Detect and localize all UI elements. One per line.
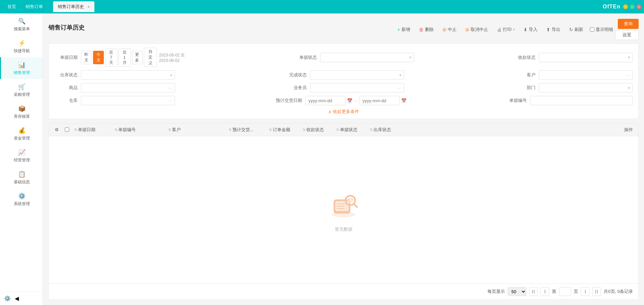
goods-dots[interactable]: ···	[168, 85, 172, 90]
stop-icon: ⊘	[442, 27, 446, 32]
table-area: ⚙ ⇅ 单据日期 ⇅ 单据编号 ⇅ 客户 ⇅ 预计交货...	[48, 123, 639, 300]
svg-point-4	[347, 197, 353, 203]
empty-illustration	[327, 188, 360, 222]
sidebar-item-finance[interactable]: 💰 资金管理	[0, 123, 43, 145]
sort-icon-left: ⇅	[74, 128, 77, 131]
settings-button[interactable]: 设置	[615, 30, 639, 40]
sidebar-settings-icon[interactable]: ⚙️	[4, 295, 11, 302]
sidebar-item-sales-mgmt[interactable]: 📊 销售管理	[0, 57, 43, 79]
sidebar-sys-mgmt-label: 系统管理	[14, 201, 30, 207]
close-button[interactable]: ×	[637, 4, 641, 9]
select-all-checkbox[interactable]	[65, 127, 69, 132]
salesman-dots[interactable]: ···	[397, 85, 401, 90]
finance-icon: 💰	[18, 127, 26, 134]
th-settings[interactable]: ⚙	[51, 127, 62, 132]
tab-home[interactable]: 首页	[3, 1, 21, 12]
import-button[interactable]: ⬇ 导入	[520, 25, 541, 34]
th-receipt-status[interactable]: ⇅ 收款状态	[300, 127, 334, 133]
sidebar-item-operation[interactable]: 📈 经营管理	[0, 145, 43, 166]
add-icon: +	[397, 27, 400, 32]
page-number-input[interactable]: 1	[559, 287, 571, 296]
date-btn-1month[interactable]: 近1月	[119, 48, 131, 67]
sort-icon-order-amount: ⇅	[269, 128, 272, 131]
operation-icon: 📈	[18, 149, 26, 156]
query-button[interactable]: 查询	[618, 19, 639, 29]
warehouse-select[interactable]: ···	[81, 96, 175, 105]
delivery-date-to[interactable]	[359, 96, 400, 105]
tab-sales-order-history[interactable]: 销售订单历史 ×	[53, 1, 94, 12]
th-doc-no[interactable]: ⇅ 单据编号	[112, 127, 166, 133]
outbound-status-select[interactable]: ▾	[81, 70, 175, 80]
doc-status-select[interactable]: ▾	[320, 53, 414, 62]
print-button[interactable]: 🖨 打印 ▾	[493, 25, 518, 34]
calendar-icon-to[interactable]: 📅	[401, 98, 406, 103]
th-doc-date[interactable]: ⇅ 单据日期	[72, 127, 112, 133]
sidebar-purchase-mgmt-label: 采购管理	[14, 92, 30, 98]
sidebar-item-purchase-mgmt[interactable]: 🛒 采购管理	[0, 79, 43, 101]
date-btn-today[interactable]: 今天	[93, 51, 104, 64]
collapse-row[interactable]: ∧ 收起更多条件	[54, 109, 633, 115]
customer-label: 客户	[512, 72, 539, 78]
customer-select[interactable]: ···	[539, 70, 633, 80]
warehouse-dots[interactable]: ···	[168, 98, 172, 103]
th-order-amount[interactable]: ⇅ 订单金额	[266, 127, 300, 133]
goods-select[interactable]: ···	[81, 83, 175, 92]
receipt-status-select[interactable]: ▾	[539, 53, 633, 62]
sidebar-sales-mgmt-label: 销售管理	[14, 70, 30, 76]
sidebar-item-search-menu[interactable]: 🔍 搜索菜单	[0, 13, 43, 35]
tab-sales-order-history-label: 销售订单历史	[58, 4, 84, 10]
maximize-button[interactable]: □	[630, 4, 635, 9]
dept-arrow: ▾	[628, 86, 630, 90]
complete-arrow: ▾	[399, 73, 401, 77]
page-title: 销售订单历史	[48, 24, 85, 32]
date-btn-yesterday[interactable]: 昨天	[81, 51, 92, 64]
first-page-button[interactable]: ⟨⟨	[529, 287, 538, 296]
page-size-select[interactable]: 50 20 100	[508, 287, 526, 296]
calendar-icon-from[interactable]: 📅	[347, 98, 352, 103]
complete-status-select[interactable]: ▾	[310, 70, 404, 80]
last-page-button[interactable]: ⟩⟩	[592, 287, 601, 296]
tab-sales-order-close[interactable]: ×	[46, 5, 48, 9]
delete-button[interactable]: 🗑 删除	[416, 25, 437, 34]
sidebar-item-sys-mgmt[interactable]: ⚙️ 系统管理	[0, 188, 43, 210]
date-btn-more[interactable]: 更多	[132, 51, 143, 64]
dept-select[interactable]: ▾	[539, 83, 633, 92]
date-btn-custom[interactable]: 自定义	[144, 48, 157, 67]
sidebar-item-inventory[interactable]: 📦 库存核算	[0, 101, 43, 123]
display-columns-checkbox[interactable]	[590, 27, 594, 32]
display-columns-check[interactable]: 显示明细	[590, 27, 613, 33]
brand-text: OfTEn	[603, 4, 620, 10]
next-page-button[interactable]: ⟩	[581, 287, 590, 296]
th-checkbox[interactable]	[62, 127, 72, 132]
tab-sales-order-history-close[interactable]: ×	[87, 5, 89, 9]
new-button[interactable]: + 新增	[394, 25, 414, 34]
table-header: ⚙ ⇅ 单据日期 ⇅ 单据编号 ⇅ 客户 ⇅ 预计交货...	[49, 123, 638, 136]
tab-sales-order-label: 销售订单	[26, 4, 43, 10]
customer-dots[interactable]: ···	[626, 73, 630, 78]
export-button[interactable]: ⬆ 导出	[543, 25, 564, 34]
doc-date-label: 单据日期	[54, 54, 81, 61]
minimize-button[interactable]: −	[623, 4, 628, 9]
prev-page-button[interactable]: ⟨	[541, 287, 549, 296]
date-btn-7days[interactable]: 近7天	[105, 48, 117, 67]
filter-area: 单据日期 昨天 今天 近7天 近1月 更多 自定义 2023-06-02 至 2…	[48, 43, 639, 119]
page-suffix: 页	[574, 289, 578, 295]
salesman-select[interactable]: ···	[310, 83, 404, 92]
tab-sales-order[interactable]: 销售订单 ×	[21, 1, 53, 12]
refresh-button[interactable]: ↻ 刷新	[566, 25, 587, 34]
delivery-date-from[interactable]	[305, 96, 346, 105]
sidebar-item-basic-info[interactable]: 📋 基础信息	[0, 166, 43, 188]
date-range-text: 2023-06-02 至 2023-06-02	[159, 52, 195, 63]
th-est-delivery[interactable]: ⇅ 预计交货...	[226, 127, 266, 133]
th-outbound-status[interactable]: ⇅ 出库状态	[367, 127, 401, 133]
sidebar-collapse-icon[interactable]: ◀	[15, 295, 19, 302]
th-doc-status[interactable]: ⇅ 单据状态	[334, 127, 367, 133]
sort-icon-doc-no: ⇅	[115, 128, 117, 131]
print-icon: 🖨	[497, 27, 502, 32]
order-no-input[interactable]	[530, 96, 633, 105]
cancel-stop-button[interactable]: ⊘ 取消中止	[462, 25, 491, 34]
sidebar-item-quick-nav[interactable]: ⚡ 快捷导航	[0, 35, 43, 57]
dept-label: 部门	[512, 85, 539, 91]
th-customer[interactable]: ⇅ 客户	[166, 127, 226, 133]
stop-button[interactable]: ⊘ 中止	[439, 25, 460, 34]
